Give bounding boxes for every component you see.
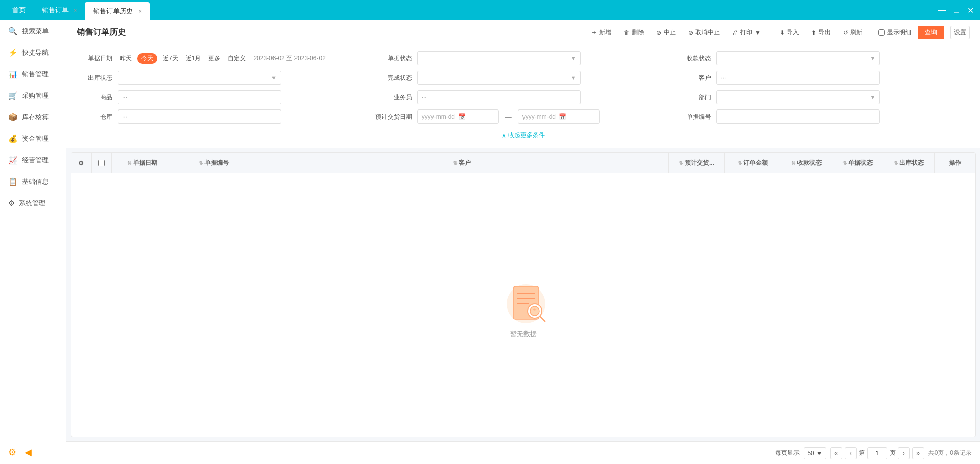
- print-label: 打印: [740, 28, 753, 37]
- query-button[interactable]: 查询: [918, 26, 944, 39]
- window-maximize-icon[interactable]: □: [952, 4, 961, 17]
- sidebar-settings-icon[interactable]: ⚙: [8, 447, 16, 458]
- add-button[interactable]: ＋ 新增: [588, 26, 614, 39]
- stop-label: 中止: [664, 28, 676, 37]
- tab-sales-order-close[interactable]: ×: [74, 7, 77, 13]
- page-size-select[interactable]: 50 ▼: [804, 447, 826, 459]
- date-7days[interactable]: 近7天: [161, 53, 180, 64]
- settings-button[interactable]: 设置: [950, 26, 970, 39]
- content-area: 销售订单历史 ＋ 新增 🗑 删除 ⊘ 中止 ⊘ 取消中止: [66, 20, 980, 464]
- basic-info-icon: 📋: [8, 177, 18, 186]
- bill-number-input[interactable]: [716, 109, 880, 124]
- sidebar-collapse-icon[interactable]: ◀: [25, 447, 32, 458]
- toolbar: ＋ 新增 🗑 删除 ⊘ 中止 ⊘ 取消中止 🖨 打印: [588, 26, 970, 39]
- bill-status-select[interactable]: ▼: [417, 51, 581, 65]
- th-payment-label: 收款状态: [797, 159, 822, 167]
- shortcut-icon: ⚡: [8, 48, 18, 57]
- sidebar-item-shortcut[interactable]: ⚡ 快捷导航: [0, 42, 66, 63]
- page-next-button[interactable]: ›: [898, 447, 910, 459]
- export-button[interactable]: ⬆ 导出: [808, 26, 834, 39]
- date-today[interactable]: 今天: [137, 53, 157, 64]
- print-button[interactable]: 🖨 打印 ▼: [729, 26, 764, 39]
- payment-status-select[interactable]: ▼: [716, 51, 880, 65]
- bill-status-chevron: ▼: [571, 55, 576, 61]
- stop-button[interactable]: ⊘ 中止: [653, 26, 679, 39]
- page-prev-button[interactable]: ‹: [845, 447, 857, 459]
- bill-number-control: [716, 109, 970, 124]
- tab-sales-order-history-close[interactable]: ×: [138, 8, 141, 14]
- sidebar-item-search-label: 搜索菜单: [22, 27, 49, 36]
- delivery-date-end[interactable]: yyyy-mm-dd 📅: [518, 109, 600, 124]
- page-first-button[interactable]: «: [830, 447, 842, 459]
- th-delivery[interactable]: ⇅ 预计交货...: [669, 153, 725, 173]
- empty-illustration: [498, 272, 554, 328]
- sidebar-item-inventory[interactable]: 📦 库存核算: [0, 106, 66, 128]
- search-menu-icon: 🔍: [8, 27, 18, 36]
- import-label: 导入: [787, 28, 799, 37]
- th-stock-status[interactable]: ⇅ 出库状态: [883, 153, 935, 173]
- sidebar-item-basic-info[interactable]: 📋 基础信息: [0, 171, 66, 192]
- display-detail-input[interactable]: [878, 29, 885, 36]
- import-button[interactable]: ⬇ 导入: [777, 26, 802, 39]
- sidebar-item-finance[interactable]: 💰 资金管理: [0, 128, 66, 149]
- tab-home[interactable]: 首页: [4, 0, 34, 20]
- window-minimize-icon[interactable]: —: [936, 4, 948, 17]
- stock-out-select[interactable]: ▼: [118, 71, 281, 85]
- date-1month[interactable]: 近1月: [184, 53, 203, 64]
- warehouse-label: 仓库: [77, 113, 118, 121]
- th-customer[interactable]: ⇅ 客户: [255, 153, 669, 173]
- sort-customer-icon: ⇅: [453, 160, 457, 166]
- delete-button[interactable]: 🗑 删除: [621, 26, 647, 39]
- page-number-input[interactable]: [867, 447, 887, 459]
- date-custom[interactable]: 自定义: [225, 53, 248, 64]
- page-label: 第: [859, 449, 865, 457]
- th-payment-status[interactable]: ⇅ 收款状态: [781, 153, 832, 173]
- payment-status-label: 收款状态: [670, 54, 716, 63]
- collapse-button[interactable]: ∧ 收起更多条件: [77, 129, 970, 142]
- th-amount[interactable]: ⇅ 订单金额: [725, 153, 781, 173]
- department-select[interactable]: ▼: [716, 90, 880, 104]
- tab-sales-order[interactable]: 销售订单 ×: [34, 0, 85, 20]
- th-date[interactable]: ⇅ 单据日期: [112, 153, 173, 173]
- delivery-date-control: yyyy-mm-dd 📅 — yyyy-mm-dd 📅: [417, 109, 671, 124]
- complete-status-select[interactable]: ▼: [417, 71, 581, 85]
- th-settings[interactable]: ⚙: [71, 153, 92, 173]
- delivery-date-start[interactable]: yyyy-mm-dd 📅: [417, 109, 499, 124]
- page-last-icon: »: [916, 450, 920, 457]
- date-yesterday[interactable]: 昨天: [118, 53, 134, 64]
- department-label: 部门: [670, 93, 716, 102]
- goods-input[interactable]: ···: [118, 90, 281, 104]
- cancel-stop-button[interactable]: ⊘ 取消中止: [685, 26, 723, 39]
- calendar-start-icon[interactable]: 📅: [458, 113, 466, 120]
- date-more[interactable]: 更多: [206, 53, 222, 64]
- th-bill-status[interactable]: ⇅ 单据状态: [832, 153, 883, 173]
- salesperson-input[interactable]: ···: [417, 90, 581, 104]
- warehouse-input[interactable]: ···: [118, 109, 281, 124]
- tab-sales-order-history[interactable]: 销售订单历史 ×: [85, 2, 149, 20]
- window-close-icon[interactable]: ✕: [965, 4, 976, 17]
- sidebar-item-search[interactable]: 🔍 搜索菜单: [0, 20, 66, 42]
- stop-icon: ⊘: [656, 29, 662, 36]
- sidebar-item-sales[interactable]: 📊 销售管理: [0, 63, 66, 85]
- sidebar-item-purchase[interactable]: 🛒 采购管理: [0, 85, 66, 106]
- refresh-icon: ↺: [843, 29, 848, 36]
- th-number[interactable]: ⇅ 单据编号: [173, 153, 255, 173]
- select-all-checkbox[interactable]: [98, 160, 105, 166]
- page-unit: 页: [890, 449, 896, 457]
- page-last-button[interactable]: »: [912, 447, 924, 459]
- th-checkbox[interactable]: [92, 153, 112, 173]
- cancel-stop-label: 取消中止: [695, 28, 720, 37]
- calendar-end-icon[interactable]: 📅: [559, 113, 566, 120]
- refresh-button[interactable]: ↺ 刷新: [840, 26, 865, 39]
- sort-bill-status-icon: ⇅: [842, 160, 847, 166]
- pagination: 每页显示 50 ▼ « ‹ 第 页 › »: [66, 441, 980, 464]
- stock-out-chevron: ▼: [271, 75, 277, 81]
- operations-icon: 📈: [8, 156, 18, 165]
- customer-input[interactable]: ···: [716, 71, 880, 85]
- warehouse-control: ···: [118, 109, 371, 124]
- sidebar-item-system[interactable]: ⚙ 系统管理: [0, 192, 66, 214]
- sidebar-item-operations[interactable]: 📈 经营管理: [0, 149, 66, 171]
- sidebar-item-shortcut-label: 快捷导航: [22, 48, 49, 57]
- display-detail-checkbox[interactable]: 显示明细: [878, 28, 911, 37]
- th-settings-icon: ⚙: [78, 160, 84, 167]
